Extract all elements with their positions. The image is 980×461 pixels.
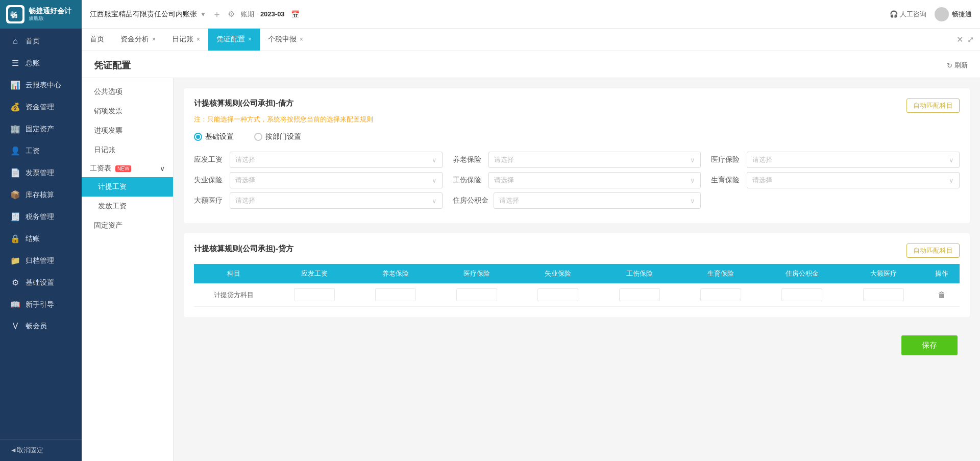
delete-row-button[interactable]: 🗑 <box>938 290 946 299</box>
radio-dept-label: 按部门设置 <box>265 132 301 141</box>
subnav-pay-salary[interactable]: 发放工资 <box>82 197 173 216</box>
tab-journal[interactable]: 日记账 × <box>164 29 208 51</box>
debit-section: 计提核算规则(公司承担)-借方 自动匹配科目 注：只能选择一种方式，系统将按照您… <box>184 88 970 223</box>
guide-icon: 📖 <box>10 300 20 309</box>
tab-home[interactable]: 首页 <box>82 29 112 51</box>
topbar: 江西服宝精品有限责任公司内账张 ▼ ＋ ⚙ 账期 2023-03 📅 🎧 人工咨… <box>82 0 980 29</box>
select-maternity-placeholder: 请选择 <box>752 176 772 185</box>
select-housing-placeholder: 请选择 <box>499 196 519 205</box>
select-large-medical[interactable]: 请选择 ∨ <box>230 192 443 209</box>
tab-tax-label: 个税申报 <box>268 35 297 44</box>
radio-dept[interactable]: 按部门设置 <box>254 132 301 141</box>
radio-basic[interactable]: 基础设置 <box>194 132 234 141</box>
sidebar-item-tax[interactable]: 🧾 税务管理 <box>0 206 82 228</box>
input-pension[interactable] <box>375 288 416 301</box>
select-unemployment[interactable]: 请选择 ∨ <box>230 172 443 188</box>
sidebar-item-salary[interactable]: 👤 工资 <box>0 140 82 162</box>
table-row: 计提贷方科目 🗑 <box>194 283 960 307</box>
service-label: 人工咨询 <box>900 10 926 19</box>
sidebar-item-reports[interactable]: 📊 云报表中心 <box>0 74 82 96</box>
sidebar-item-home[interactable]: ⌂ 首页 <box>0 31 82 52</box>
form-row-large-medical: 大额医疗 请选择 ∨ <box>194 192 443 209</box>
select-pension[interactable]: 请选择 ∨ <box>488 152 701 168</box>
user-area[interactable]: 畅捷通 <box>935 7 972 21</box>
save-button[interactable]: 保存 <box>901 335 958 355</box>
input-unemployment[interactable] <box>537 288 578 301</box>
select-maternity[interactable]: 请选择 ∨ <box>747 172 960 188</box>
cell-salary-val[interactable] <box>274 283 355 307</box>
tab-home-label: 首页 <box>90 35 104 44</box>
cell-maternity-val[interactable] <box>680 283 761 307</box>
sidebar-item-archive[interactable]: 📁 归档管理 <box>0 250 82 272</box>
close-window-icon[interactable]: ✕ <box>957 35 963 44</box>
label-large-medical: 大额医疗 <box>194 196 225 205</box>
select-injury[interactable]: 请选择 ∨ <box>488 172 701 188</box>
add-company-button[interactable]: ＋ <box>212 8 222 20</box>
sidebar-item-ledger[interactable]: ☰ 总账 <box>0 52 82 74</box>
refresh-icon: ↻ <box>947 62 952 69</box>
company-name: 江西服宝精品有限责任公司内账张 <box>90 10 197 19</box>
select-medical-arrow: ∨ <box>949 156 954 164</box>
cell-injury-val[interactable] <box>599 283 680 307</box>
subnav-journal[interactable]: 日记账 <box>82 140 173 160</box>
tab-tax[interactable]: 个税申报 × <box>260 29 311 51</box>
subnav-purchase[interactable]: 进项发票 <box>82 121 173 140</box>
cell-action: 🗑 <box>924 283 960 307</box>
tab-journal-close[interactable]: × <box>197 36 200 43</box>
debit-auto-match-button[interactable]: 自动匹配科目 <box>906 99 960 113</box>
sidebar-item-inventory[interactable]: 📦 库存核算 <box>0 184 82 206</box>
tab-voucher[interactable]: 凭证配置 × <box>208 29 260 51</box>
sidebar-footer-toggle[interactable]: ◄取消固定 <box>0 439 82 461</box>
assets-icon: 🏢 <box>10 124 20 134</box>
sidebar-item-assets[interactable]: 🏢 固定资产 <box>0 118 82 140</box>
inventory-icon: 📦 <box>10 190 20 200</box>
subnav-salary-table-group[interactable]: 工资表 NEW ∨ <box>82 160 173 177</box>
cell-medical-val[interactable] <box>436 283 518 307</box>
subnav-sales-label: 销项发票 <box>94 107 122 115</box>
select-medical[interactable]: 请选择 ∨ <box>747 152 960 168</box>
content-layout: 公共选项 销项发票 进项发票 日记账 工资表 NEW ∨ <box>82 78 980 461</box>
tab-finance[interactable]: 资金分析 × <box>112 29 164 51</box>
tab-voucher-close[interactable]: × <box>248 36 252 43</box>
input-large-medical[interactable] <box>863 288 904 301</box>
company-selector[interactable]: 江西服宝精品有限责任公司内账张 ▼ <box>90 10 206 19</box>
settings-gear-icon[interactable]: ⚙ <box>228 9 235 19</box>
sidebar-item-settings[interactable]: ⚙ 基础设置 <box>0 272 82 294</box>
sidebar-item-invoice[interactable]: 📄 发票管理 <box>0 162 82 184</box>
cell-subject-name: 计提贷方科目 <box>194 283 274 307</box>
tab-finance-close[interactable]: × <box>152 36 156 43</box>
cell-unemployment-val[interactable] <box>518 283 599 307</box>
sidebar-item-guide[interactable]: 📖 新手引导 <box>0 294 82 316</box>
sidebar-item-vip[interactable]: V 畅会员 <box>0 316 82 337</box>
cell-pension-val[interactable] <box>355 283 436 307</box>
sidebar-item-finance[interactable]: 💰 资金管理 <box>0 96 82 118</box>
subnav-journal-label: 日记账 <box>94 145 115 154</box>
subnav-fixed-assets[interactable]: 固定资产 <box>82 216 173 235</box>
input-maternity[interactable] <box>700 288 741 301</box>
refresh-button[interactable]: ↻ 刷新 <box>947 61 968 76</box>
credit-section: 计提核算规则(公司承担)-贷方 自动匹配科目 科目 应发工资 养老保险 医疗保险… <box>184 233 970 317</box>
cell-housing-val[interactable] <box>762 283 843 307</box>
subnav-sales[interactable]: 销项发票 <box>82 102 173 121</box>
credit-auto-match-button[interactable]: 自动匹配科目 <box>906 244 960 258</box>
tab-finance-label: 资金分析 <box>120 35 149 44</box>
input-medical[interactable] <box>456 288 497 301</box>
calendar-icon[interactable]: 📅 <box>291 10 300 18</box>
subnav-calc-salary[interactable]: 计提工资 <box>82 177 173 197</box>
customer-service-button[interactable]: 🎧 人工咨询 <box>890 10 926 19</box>
sidebar-item-closing[interactable]: 🔒 结账 <box>0 228 82 250</box>
subnav-public[interactable]: 公共选项 <box>82 82 173 102</box>
input-salary[interactable] <box>294 288 335 301</box>
input-injury[interactable] <box>619 288 660 301</box>
cell-large-medical-val[interactable] <box>843 283 924 307</box>
select-salary[interactable]: 请选择 ∨ <box>230 152 443 168</box>
select-unemployment-placeholder: 请选择 <box>235 176 255 185</box>
label-medical: 医疗保险 <box>711 155 742 164</box>
subnav-pay-salary-label: 发放工资 <box>98 202 127 210</box>
select-housing[interactable]: 请选择 ∨ <box>494 192 701 209</box>
sidebar-item-label: 结账 <box>26 234 40 244</box>
tab-tax-close[interactable]: × <box>300 36 303 43</box>
maximize-icon[interactable]: ⤢ <box>967 35 974 44</box>
headset-icon: 🎧 <box>890 10 898 18</box>
input-housing[interactable] <box>781 288 822 301</box>
